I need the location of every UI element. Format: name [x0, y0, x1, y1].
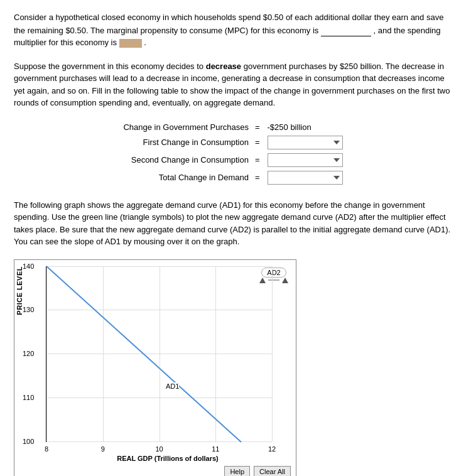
demand-table: Change in Government Purchases = -$250 b… [119, 121, 346, 187]
help-button[interactable]: Help [224, 466, 250, 477]
ad1-label: AD1 [166, 382, 179, 390]
y-label-100: 100 [23, 438, 34, 445]
bottom-buttons: Help Clear All [224, 466, 291, 477]
paragraph2-section: Suppose the government in this economy d… [14, 60, 452, 109]
decrease-bold: decrease [206, 62, 241, 71]
clear-all-button[interactable]: Clear All [254, 466, 291, 477]
row3-eq: = [251, 151, 264, 169]
row2-label: First Change in Consumption [119, 134, 251, 151]
row4-eq: = [251, 169, 264, 187]
table-row: Second Change in Consumption = [119, 151, 346, 169]
x-label-9: 9 [101, 445, 105, 453]
ad1-line [46, 266, 241, 442]
graph-intro-section: The following graph shows the aggregate … [14, 199, 452, 248]
row1-label: Change in Government Purchases [119, 121, 251, 134]
grid-h-100 [46, 441, 272, 442]
graph-section: PRICE LEVEL AD2 [14, 259, 452, 477]
table-section: Change in Government Purchases = -$250 b… [14, 121, 452, 187]
row2-select[interactable] [268, 136, 343, 149]
row3-value[interactable] [264, 151, 347, 169]
dropdown-arrow [333, 176, 340, 180]
y-label-120: 120 [23, 350, 34, 357]
paragraph1: Consider a hypothetical closed economy i… [14, 11, 452, 49]
row2-eq: = [251, 134, 264, 151]
row4-value[interactable] [264, 169, 347, 187]
dropdown-arrow [333, 158, 340, 162]
x-label-12: 12 [268, 445, 276, 453]
multiplier-blank [119, 39, 142, 48]
table-row: Total Change in Demand = [119, 169, 346, 187]
graph-intro-text: The following graph shows the aggregate … [14, 199, 452, 248]
row4-label: Total Change in Demand [119, 169, 251, 187]
x-label-10: 10 [155, 445, 163, 453]
row3-label: Second Change in Consumption [119, 151, 251, 169]
triangle-icon [282, 278, 288, 283]
table-row: First Change in Consumption = [119, 134, 346, 151]
y-label-110: 110 [23, 394, 34, 401]
row2-value[interactable] [264, 134, 347, 151]
graph-wrap: PRICE LEVEL AD2 [14, 259, 296, 477]
y-label-130: 130 [23, 306, 34, 313]
y-label-140: 140 [23, 262, 34, 270]
row3-select[interactable] [268, 153, 343, 167]
intro-section: Consider a hypothetical closed economy i… [14, 11, 452, 49]
mpc-blank [321, 24, 371, 37]
x-axis-label: REAL GDP (Trillions of dollars) [46, 455, 290, 462]
x-label-11: 11 [212, 445, 219, 453]
graph-svg [46, 266, 272, 441]
graph-area[interactable]: 140 130 120 110 100 8 9 10 11 12 AD1 [46, 266, 272, 442]
row4-select[interactable] [268, 171, 343, 185]
paragraph2-text: Suppose the government in this economy d… [14, 60, 452, 109]
grid-v-12 [272, 266, 273, 441]
row1-eq: = [251, 121, 264, 134]
row1-value: -$250 billion [264, 121, 347, 134]
dropdown-arrow [333, 141, 340, 144]
table-row: Change in Government Purchases = -$250 b… [119, 121, 346, 134]
x-label-8: 8 [45, 445, 48, 453]
